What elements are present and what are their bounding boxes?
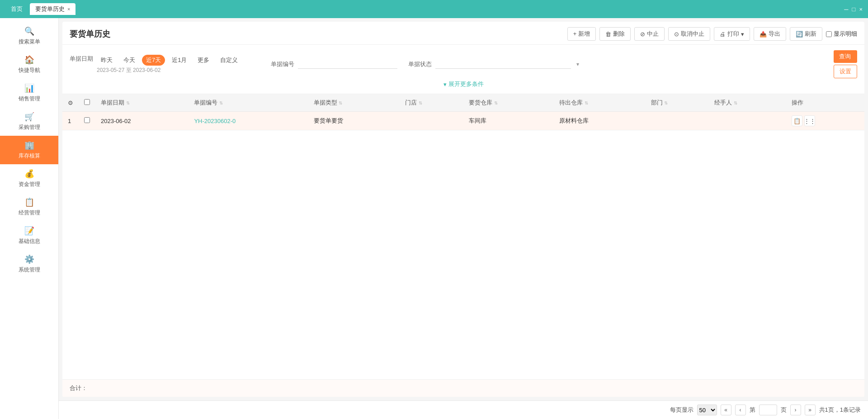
date-btn-7days[interactable]: 近7天 (142, 55, 165, 66)
col-pending-warehouse[interactable]: 待出仓库 ⇅ (554, 94, 646, 112)
table-footer: 合计： (62, 379, 864, 397)
expand-more-btn[interactable]: ▾ 展开更多条件 (443, 80, 484, 88)
refresh-button[interactable]: 🔄 刷新 (790, 27, 822, 41)
per-page-select[interactable]: 50 100 200 (697, 405, 717, 415)
finance-icon: 💰 (24, 169, 34, 179)
first-page-button[interactable]: « (721, 405, 731, 415)
stop-button[interactable]: ⊘ 中止 (634, 27, 665, 41)
select-all-checkbox[interactable] (84, 99, 90, 105)
sales-icon: 📊 (24, 83, 34, 93)
expand-more-icon: ▾ (443, 81, 447, 88)
date-btn-more[interactable]: 更多 (193, 55, 213, 66)
sidebar-item-system[interactable]: ⚙️ 系统管理 (0, 250, 58, 278)
page-input[interactable]: 1 (759, 405, 777, 415)
filter-row-1: 单据日期 昨天 今天 近7天 近1月 更多 自定义 2023-05-27 至 2… (70, 50, 857, 78)
inventory-icon: 🏢 (24, 140, 34, 150)
last-page-button[interactable]: » (805, 405, 816, 415)
page-header: 要货单历史 + 新增 🗑 删除 ⊘ 中止 ⊙ 取消中止 (62, 22, 864, 45)
per-page-label: 每页显示 (670, 406, 693, 414)
sort-pending-icon: ⇅ (585, 100, 588, 105)
bill-number-label: 单据编号 (271, 60, 294, 68)
print-button[interactable]: 🖨 打印 ▾ (714, 27, 750, 41)
row-select-checkbox[interactable] (84, 117, 90, 123)
export-button[interactable]: 📤 导出 (754, 27, 786, 41)
total-info: 共1页，1条记录 (819, 406, 861, 414)
date-btn-today[interactable]: 今天 (119, 55, 139, 66)
sort-dept-icon: ⇅ (664, 100, 668, 105)
sort-type-icon: ⇅ (339, 100, 342, 105)
sidebar-item-label: 基础信息 (19, 238, 40, 245)
status-dropdown-icon[interactable]: ▾ (576, 61, 579, 67)
sidebar-item-sales[interactable]: 📊 销售管理 (0, 79, 58, 107)
sidebar-item-finance[interactable]: 💰 资金管理 (0, 164, 58, 193)
col-action: 操作 (786, 94, 864, 112)
status-input[interactable] (435, 60, 571, 69)
content-inner: 要货单历史 + 新增 🗑 删除 ⊘ 中止 ⊙ 取消中止 (62, 22, 864, 397)
col-store[interactable]: 门店 ⇅ (400, 94, 463, 112)
window-close-button[interactable]: × (859, 6, 863, 13)
row-date: 2023-06-02 (95, 112, 189, 130)
row-number-link[interactable]: YH-20230602-0 (194, 118, 236, 124)
minimize-button[interactable]: ─ (844, 6, 848, 13)
row-checkbox (79, 112, 95, 130)
table-header-row: ⚙ 单据日期 ⇅ 单据编号 ⇅ (62, 94, 864, 112)
content-area: 要货单历史 + 新增 🗑 删除 ⊘ 中止 ⊙ 取消中止 (59, 18, 868, 419)
row-action-buttons: 📋 ⋮⋮ (792, 115, 859, 126)
active-tab-label: 要货单历史 (35, 5, 65, 13)
tab-home[interactable]: 首页 (5, 3, 28, 15)
maximize-button[interactable]: □ (852, 6, 856, 13)
purchase-icon: 🛒 (24, 112, 34, 122)
col-req-warehouse[interactable]: 要货仓库 ⇅ (463, 94, 554, 112)
date-range-display: 2023-05-27 至 2023-06-02 (97, 67, 242, 74)
col-type[interactable]: 单据类型 ⇅ (308, 94, 400, 112)
row-edit-button[interactable]: 📋 (792, 115, 802, 126)
sidebar-item-label: 搜索菜单 (19, 38, 40, 46)
row-department (646, 112, 709, 130)
col-checkbox (79, 94, 95, 112)
col-handler[interactable]: 经手人 ⇅ (709, 94, 786, 112)
col-date[interactable]: 单据日期 ⇅ (95, 94, 189, 112)
date-btn-yesterday[interactable]: 昨天 (97, 55, 117, 66)
sidebar-item-basic-info[interactable]: 📝 基础信息 (0, 221, 58, 250)
table-row: 1 2023-06-02 YH-20230602-0 要货单要货 车间库 (62, 112, 864, 130)
page-label: 第 (750, 406, 755, 414)
print-dropdown-icon: ▾ (741, 31, 744, 38)
sidebar-item-label: 资金管理 (19, 181, 40, 188)
prev-page-button[interactable]: ‹ (735, 405, 746, 415)
home-tab-label: 首页 (11, 5, 23, 13)
show-detail-input[interactable] (826, 31, 832, 37)
next-page-button[interactable]: › (790, 405, 801, 415)
settings-button[interactable]: 设置 (834, 65, 857, 78)
date-btn-custom[interactable]: 自定义 (216, 55, 242, 66)
sidebar-item-operation[interactable]: 📋 经营管理 (0, 193, 58, 221)
sidebar-item-search-menu[interactable]: 🔍 搜索菜单 (0, 22, 58, 50)
sidebar-item-label: 采购管理 (19, 124, 40, 131)
date-buttons: 昨天 今天 近7天 近1月 更多 自定义 (97, 55, 242, 66)
sidebar-item-label: 经营管理 (19, 209, 40, 217)
sidebar-item-inventory[interactable]: 🏢 库存核算 (0, 136, 58, 164)
bill-number-input[interactable] (298, 60, 397, 69)
delete-button[interactable]: 🗑 删除 (599, 27, 631, 41)
new-button[interactable]: + 新增 (567, 27, 596, 41)
date-filter: 单据日期 昨天 今天 近7天 近1月 更多 自定义 2023-05-27 至 2… (70, 55, 242, 74)
data-table: ⚙ 单据日期 ⇅ 单据编号 ⇅ (62, 94, 864, 130)
main-layout: 🔍 搜索菜单 🏠 快捷导航 📊 销售管理 🛒 采购管理 🏢 库存核算 💰 资金管… (0, 18, 868, 419)
basic-info-icon: 📝 (24, 226, 34, 236)
header-actions: + 新增 🗑 删除 ⊘ 中止 ⊙ 取消中止 🖨 (567, 27, 857, 41)
sort-date-icon: ⇅ (126, 100, 130, 105)
col-number[interactable]: 单据编号 ⇅ (189, 94, 308, 112)
sidebar-item-label: 销售管理 (19, 95, 40, 103)
row-actions: 📋 ⋮⋮ (786, 112, 864, 130)
sidebar-item-purchase[interactable]: 🛒 采购管理 (0, 107, 58, 136)
row-delete-button[interactable]: ⋮⋮ (804, 115, 815, 126)
sidebar-item-quick-nav[interactable]: 🏠 快捷导航 (0, 50, 58, 79)
cancel-stop-button[interactable]: ⊙ 取消中止 (668, 27, 710, 41)
close-tab-icon[interactable]: × (67, 6, 70, 12)
quick-nav-icon: 🏠 (24, 55, 34, 65)
search-button[interactable]: 查询 (834, 50, 857, 63)
col-department[interactable]: 部门 ⇅ (646, 94, 709, 112)
date-btn-1month[interactable]: 近1月 (168, 55, 191, 66)
tab-active[interactable]: 要货单历史 × (30, 3, 75, 15)
show-detail-checkbox[interactable]: 显示明细 (826, 30, 857, 38)
col-settings[interactable]: ⚙ (62, 94, 79, 112)
